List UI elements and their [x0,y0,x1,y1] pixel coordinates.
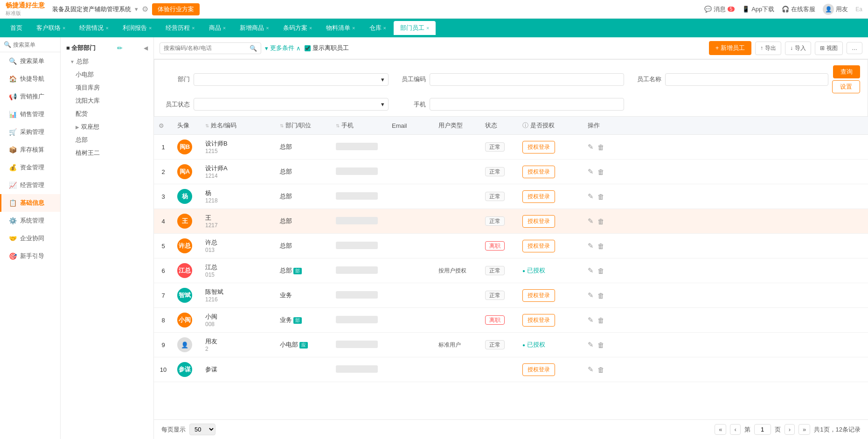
next-page-btn[interactable]: › [785,424,795,435]
dept-node-shenyang[interactable]: 沈阳大库 [61,94,153,107]
tab-process[interactable]: 经营历程 × [159,21,201,35]
sidebar-item-inventory[interactable]: 📦 库存核算 [0,141,60,159]
col-phone[interactable]: ⇅ 手机 [331,117,387,135]
tab-goods[interactable]: 商品 × [202,21,232,35]
edit-dept-icon[interactable]: ✏ [117,44,123,52]
tab-employees[interactable]: 部门员工 × [394,21,436,35]
page-size-select[interactable]: 50 100 200 [189,424,215,435]
col-name-code[interactable]: ⇅ 姓名/编码 [201,117,275,135]
delete-icon[interactable]: 🗑 [597,366,604,374]
dept-node-head[interactable]: ▼ 总部 [61,55,153,68]
delete-icon[interactable]: 🗑 [597,267,604,275]
close-icon[interactable]: × [309,25,312,31]
import-btn[interactable]: ↓ 导入 [785,42,811,55]
app-download-btn[interactable]: 📱 App下载 [742,5,774,14]
delete-icon[interactable]: 🗑 [597,193,604,201]
auth-btn[interactable]: 授权登录 [522,314,555,327]
first-page-btn[interactable]: « [715,424,726,435]
close-icon[interactable]: × [352,25,355,31]
sidebar-item-finance[interactable]: 💰 资金管理 [0,159,60,176]
tab-barcode[interactable]: 条码方案 × [277,21,319,35]
more-btn[interactable]: … [847,42,862,54]
edit-icon[interactable]: ✎ [588,365,594,374]
edit-icon[interactable]: ✎ [588,266,594,275]
sidebar-item-marketing[interactable]: 📢 营销推广 [0,88,60,105]
show-resigned-label[interactable]: 显示离职员工 [305,44,349,52]
edit-icon[interactable]: ✎ [588,242,594,250]
search-input[interactable] [164,45,248,51]
view-btn[interactable]: ⊞ 视图 [815,42,843,55]
auth-btn[interactable]: 授权登录 [522,363,555,376]
edit-icon[interactable]: ✎ [588,291,594,300]
tab-new-goods[interactable]: 新增商品 × [233,21,275,35]
sidebar-item-sales[interactable]: 📊 销售管理 [0,105,60,123]
auth-btn[interactable]: 授权登录 [522,240,555,252]
dept-node-zongbu[interactable]: 总部 [61,133,153,146]
dept-node-xiaodibu[interactable]: 小电部 [61,68,153,81]
try-btn[interactable]: 体验行业方案 [152,3,200,15]
service-btn[interactable]: 🎧 在线客服 [782,5,815,14]
edit-icon[interactable]: ✎ [588,341,594,349]
col-settings[interactable]: ⚙ [154,117,173,135]
show-resigned-checkbox[interactable] [305,45,311,51]
dept-node-project[interactable]: 项目库房 [61,81,153,94]
edit-icon[interactable]: ✎ [588,217,594,225]
tab-home[interactable]: 首页 [4,21,29,35]
delete-icon[interactable]: 🗑 [597,217,604,225]
page-number-input[interactable] [754,424,771,435]
more-filter-btn[interactable]: ▾ 更多条件 ∧ [265,44,301,52]
sidebar-item-guide[interactable]: 🎯 新手引导 [0,247,60,265]
tab-operation[interactable]: 经营情况 × [73,21,115,35]
sidebar-item-search[interactable]: 🔍 搜索菜单 [0,52,60,70]
employee-code-input[interactable] [430,73,625,86]
prev-page-btn[interactable]: ‹ [730,424,740,435]
close-icon[interactable]: × [62,25,65,31]
settings-icon[interactable]: ⚙ [159,122,164,129]
sidebar-item-purchase[interactable]: 🛒 采购管理 [0,123,60,141]
sidebar-item-system[interactable]: ⚙️ 系统管理 [0,212,60,230]
close-icon[interactable]: × [266,25,269,31]
phone-input[interactable] [430,98,625,111]
sidebar-item-basic[interactable]: 📋 基础信息 [0,194,60,212]
user-btn[interactable]: 👤 用友 [823,4,848,15]
tab-warehouse[interactable]: 仓库 × [363,21,393,35]
query-btn[interactable]: 查询 [833,65,860,78]
status-select[interactable]: ▾ [194,98,389,111]
delete-icon[interactable]: 🗑 [597,242,604,250]
tab-profit[interactable]: 利润报告 × [116,21,158,35]
dept-node-peihuo[interactable]: 配货 [61,107,153,120]
collapse-icon[interactable]: ◀ [144,45,148,51]
delete-icon[interactable]: 🗑 [597,143,604,151]
delete-icon[interactable]: 🗑 [597,292,604,300]
tab-customer[interactable]: 客户联络 × [30,21,72,35]
col-dept-pos[interactable]: ⇅ 部门/职位 [275,117,331,135]
auth-btn[interactable]: 授权登录 [522,215,555,228]
edit-icon[interactable]: ✎ [588,143,594,151]
auth-btn[interactable]: 授权登录 [522,166,555,178]
sidebar-item-biz[interactable]: 📈 经营管理 [0,176,60,194]
dept-node-shuangzuoxiang[interactable]: ▶ 双座想 [61,120,153,133]
sidebar-search-input[interactable] [13,42,56,48]
close-icon[interactable]: × [426,25,429,31]
export-btn[interactable]: ↑ 导出 [755,42,781,55]
message-btn[interactable]: 💬 消息 5 [704,5,735,14]
close-icon[interactable]: × [223,25,226,31]
auth-btn[interactable]: 授权登录 [522,190,555,203]
edit-icon[interactable]: ✎ [588,316,594,324]
settings-icon[interactable]: ⚙ [142,5,148,14]
set-btn[interactable]: 设置 [832,80,860,93]
delete-icon[interactable]: 🗑 [597,316,604,324]
dropdown-arrow-icon[interactable]: ▾ [135,6,138,13]
tab-bom[interactable]: 物料清单 × [319,21,361,35]
delete-icon[interactable]: 🗑 [597,341,604,349]
close-icon[interactable]: × [149,25,152,31]
auth-btn[interactable]: 授权登录 [522,289,555,302]
sidebar-item-collab[interactable]: 🤝 企业协同 [0,230,60,247]
sidebar-item-nav[interactable]: 🏠 快捷导航 [0,70,60,88]
employee-name-input[interactable] [665,73,828,86]
add-employee-btn[interactable]: + 新增员工 [709,41,751,55]
edit-icon[interactable]: ✎ [588,192,594,201]
dept-node-zhishu[interactable]: 植树王二 [61,146,153,160]
last-page-btn[interactable]: » [799,424,810,435]
close-icon[interactable]: × [192,25,194,31]
